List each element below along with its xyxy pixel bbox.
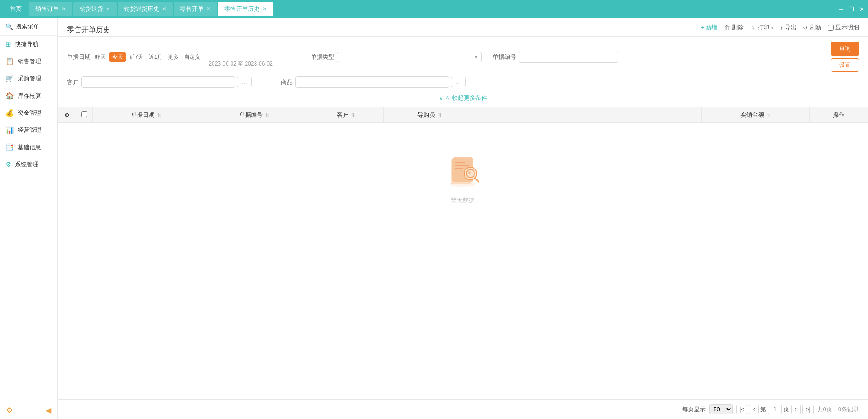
tab-retail-open-close[interactable]: ✕ — [206, 6, 211, 12]
customer-ellipsis-btn[interactable]: ... — [237, 77, 252, 87]
sidebar-settings-icon[interactable]: ⚙ — [6, 406, 13, 414]
minimize-btn[interactable]: ─ — [839, 6, 843, 13]
query-button[interactable]: 查询 — [831, 42, 859, 56]
sidebar-item-operation[interactable]: 📊 经营管理 — [0, 122, 57, 139]
th-amount[interactable]: 实销金额 ⇅ — [702, 107, 809, 123]
empty-state-cell: 暂无数据 — [58, 123, 868, 223]
print-button[interactable]: 🖨 打印 ▾ — [750, 24, 774, 32]
sidebar-item-sales-mgmt[interactable]: 📋 销售管理 — [0, 53, 57, 70]
export-button[interactable]: ↑ 导出 — [780, 24, 797, 32]
product-label: 商品 — [281, 78, 293, 86]
sidebar-item-quick-nav[interactable]: ⊞ 快捷导航 — [0, 36, 57, 53]
th-doc-num[interactable]: 单据编号 ⇅ — [200, 107, 308, 123]
print-button-label: 打印 — [758, 24, 769, 32]
close-btn[interactable]: ✕ — [859, 6, 864, 13]
page-nav: |< < 第 1 页 > >| — [736, 405, 813, 414]
tab-sales-return-history-close[interactable]: ✕ — [162, 6, 166, 12]
delete-button[interactable]: 🗑 删除 — [724, 24, 744, 32]
sidebar-basic-info-label: 基础信息 — [18, 143, 41, 151]
doc-type-select[interactable]: ▾ — [337, 52, 482, 62]
tab-retail-open[interactable]: 零售开单 ✕ — [174, 2, 217, 16]
sidebar-quick-nav-label: 快捷导航 — [15, 40, 38, 48]
display-detail-checkbox[interactable]: 显示明细 — [828, 24, 859, 32]
tab-home[interactable]: 首页 — [4, 2, 28, 16]
product-input[interactable] — [295, 76, 449, 88]
pagination: 每页显示 50 10 20 100 |< < 第 1 页 > >| 共0页，0条… — [58, 399, 868, 419]
sidebar-item-inventory[interactable]: 🏠 库存核算 — [0, 87, 57, 104]
collapse-more-btn[interactable]: ∧ ∧ 收起更多条件 — [67, 92, 859, 104]
date-btn-custom[interactable]: 自定义 — [182, 52, 202, 62]
product-input-group: ... — [295, 76, 466, 88]
svg-point-9 — [468, 171, 471, 174]
th-date-sort-icon: ⇅ — [157, 113, 161, 118]
delete-icon: 🗑 — [724, 24, 730, 31]
date-range-display: 2023-06-02 至 2023-06-02 — [209, 60, 272, 68]
page-label: 第 — [760, 405, 766, 414]
date-btn-more[interactable]: 更多 — [166, 52, 180, 62]
th-guide[interactable]: 导购员 ⇅ — [384, 107, 475, 123]
date-range-text: 2023-06-02 至 2023-06-02 — [209, 61, 272, 67]
tab-sales-return-close[interactable]: ✕ — [106, 6, 110, 12]
date-btn-7days[interactable]: 近7天 — [128, 52, 145, 62]
sidebar-search[interactable]: 🔍 搜索采单 — [0, 18, 57, 36]
data-table: ⚙ 单据日期 ⇅ 单据编号 ⇅ — [58, 107, 868, 222]
sidebar-item-basic-info[interactable]: 📑 基础信息 — [0, 139, 57, 156]
th-doc-num-sort-icon: ⇅ — [266, 113, 269, 118]
tab-sales-order-label: 销售订单 — [35, 5, 59, 13]
prev-page-btn[interactable]: < — [749, 405, 759, 414]
th-date[interactable]: 单据日期 ⇅ — [92, 107, 200, 123]
refresh-button[interactable]: ↺ 刷新 — [803, 24, 821, 32]
per-page-label: 每页显示 — [682, 405, 706, 414]
customer-filter: 客户 ... — [67, 76, 252, 88]
current-page-display: 1 — [768, 405, 782, 414]
doc-num-input[interactable] — [519, 52, 618, 63]
tab-retail-history[interactable]: 零售开单历史 ✕ — [218, 2, 273, 16]
tab-sales-order[interactable]: 销售订单 ✕ — [29, 2, 72, 16]
product-ellipsis-btn[interactable]: ... — [451, 77, 466, 87]
first-page-btn[interactable]: |< — [736, 405, 747, 414]
sidebar-collapse-icon[interactable]: ◀ — [46, 406, 51, 414]
query-set-buttons: 查询 设置 — [831, 42, 859, 72]
sidebar-search-label: 搜索采单 — [16, 23, 39, 31]
th-customer-sort-icon: ⇅ — [351, 113, 355, 118]
th-checkbox[interactable] — [76, 107, 92, 123]
th-customer[interactable]: 客户 ⇅ — [308, 107, 384, 123]
last-page-btn[interactable]: >| — [802, 405, 813, 414]
th-settings[interactable]: ⚙ — [58, 107, 76, 123]
select-all-checkbox[interactable] — [81, 111, 87, 117]
tab-sales-return[interactable]: 销货退货 ✕ — [73, 2, 117, 16]
th-date-label: 单据日期 — [131, 111, 155, 118]
per-page-select[interactable]: 50 10 20 100 — [709, 404, 733, 414]
date-btn-1month[interactable]: 近1月 — [147, 52, 165, 62]
sidebar-item-system-mgmt[interactable]: ⚙ 系统管理 — [0, 156, 57, 173]
set-button[interactable]: 设置 — [831, 58, 859, 72]
display-detail-label: 显示明细 — [835, 24, 859, 32]
tab-retail-open-label: 零售开单 — [180, 5, 204, 13]
page-suffix: 页 — [783, 405, 789, 414]
svg-line-8 — [475, 179, 479, 182]
date-filter: 单据日期 昨天 今天 近7天 近1月 更多 自定义 — [67, 52, 202, 62]
date-btn-today[interactable]: 今天 — [109, 52, 126, 62]
date-options-group: 昨天 今天 近7天 近1月 更多 自定义 — [93, 52, 202, 62]
date-filter-label: 单据日期 — [67, 53, 90, 61]
customer-input[interactable] — [81, 76, 235, 88]
svg-rect-4 — [455, 165, 469, 166]
sidebar-item-purchase-mgmt[interactable]: 🛒 采购管理 — [0, 70, 57, 87]
restore-btn[interactable]: ❐ — [849, 6, 854, 13]
tab-sales-order-close[interactable]: ✕ — [62, 6, 66, 12]
doc-num-label: 单据编号 — [493, 53, 516, 61]
print-dropdown-icon: ▾ — [771, 25, 774, 31]
add-button[interactable]: + 新增 — [701, 24, 717, 32]
next-page-btn[interactable]: > — [791, 405, 801, 414]
display-detail-input[interactable] — [828, 25, 834, 31]
tab-sales-return-history[interactable]: 销货退货历史 ✕ — [118, 2, 173, 16]
empty-state-text: 暂无数据 — [451, 196, 474, 204]
date-btn-yesterday[interactable]: 昨天 — [93, 52, 108, 62]
tab-retail-history-close[interactable]: ✕ — [262, 6, 267, 12]
sidebar-sales-mgmt-label: 销售管理 — [18, 57, 41, 66]
empty-state-illustration — [442, 150, 483, 191]
sidebar-item-finance[interactable]: 💰 资金管理 — [0, 104, 57, 122]
sidebar-bottom: ⚙ ◀ — [0, 401, 57, 419]
customer-input-group: ... — [81, 76, 252, 88]
delete-button-label: 删除 — [732, 24, 744, 32]
